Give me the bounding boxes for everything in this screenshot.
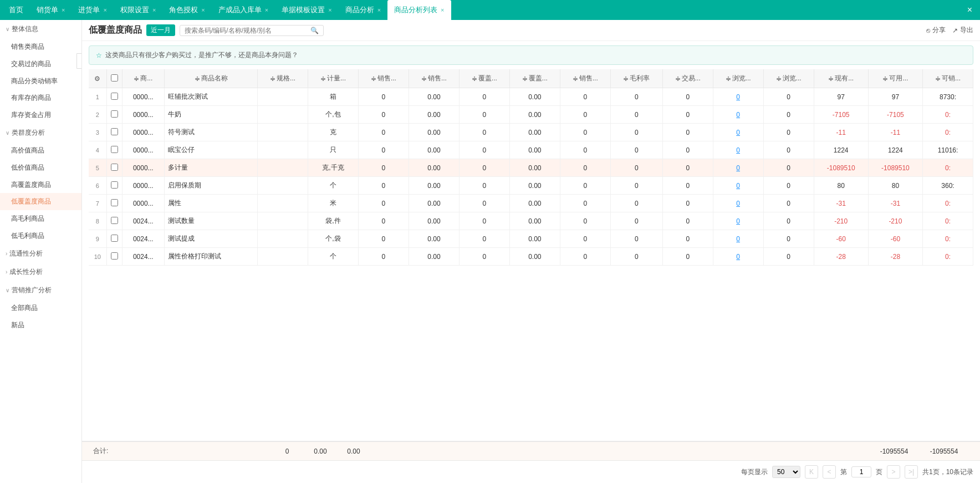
row-checkbox-cell[interactable] — [106, 177, 122, 195]
row-checkbox-cell[interactable] — [106, 106, 122, 124]
close-all-button[interactable]: × — [962, 5, 978, 15]
row-browse1[interactable]: 0 — [713, 248, 763, 266]
sidebar-section-overall[interactable]: ∨ 整体信息 — [0, 20, 81, 38]
close-icon[interactable]: × — [441, 7, 444, 13]
col-checkbox[interactable] — [106, 69, 122, 88]
row-browse1[interactable]: 0 — [713, 159, 763, 177]
row-unit: 个 — [308, 177, 359, 195]
row-settings: 8 — [89, 212, 106, 230]
row-settings: 4 — [89, 141, 106, 159]
sidebar-item-low-coverage[interactable]: 低覆盖度商品 — [0, 193, 81, 210]
first-page-button[interactable]: K — [805, 465, 818, 479]
nav-tab-goods-analysis[interactable]: 商品分析 × — [339, 0, 387, 20]
sidebar-item-in-stock[interactable]: 有库存的商品 — [0, 89, 81, 106]
sidebar-item-category-rate[interactable]: 商品分类动销率 — [0, 73, 81, 90]
sidebar-item-stock-capital[interactable]: 库存资金占用 — [0, 106, 81, 124]
share-button[interactable]: ⎋ 分享 — [926, 26, 946, 35]
nav-tab-permissions[interactable]: 权限设置 × — [114, 0, 162, 20]
sidebar-collapse-button[interactable]: 《 — [76, 53, 82, 69]
row-checkbox[interactable] — [111, 235, 118, 242]
search-icon[interactable]: 🔍 — [310, 27, 319, 34]
row-checkbox[interactable] — [111, 128, 118, 135]
sidebar-item-high-profit[interactable]: 高毛利商品 — [0, 210, 81, 227]
next-page-button[interactable]: > — [887, 465, 900, 479]
row-coverage1: 0 — [459, 212, 509, 230]
row-browse1[interactable]: 0 — [713, 195, 763, 212]
row-gross-margin: 0 — [610, 88, 662, 106]
sidebar-item-high-coverage[interactable]: 高覆盖度商品 — [0, 176, 81, 194]
row-checkbox-cell[interactable] — [106, 124, 122, 141]
close-icon[interactable]: × — [265, 7, 268, 13]
sidebar-item-traded-goods[interactable]: 交易过的商品 — [0, 55, 81, 73]
row-sales-amt: 0.00 — [409, 124, 459, 141]
close-icon[interactable]: × — [201, 7, 205, 13]
nav-tab-sales[interactable]: 销货单 × — [30, 0, 72, 20]
time-badge[interactable]: 近一月 — [146, 24, 175, 36]
row-sales-qty: 0 — [358, 212, 409, 230]
select-all-checkbox[interactable] — [111, 74, 118, 82]
row-browse1[interactable]: 0 — [713, 141, 763, 159]
sidebar-item-all-goods[interactable]: 全部商品 — [0, 299, 81, 317]
sidebar-section-marketing[interactable]: ∨ 营销推广分析 — [0, 281, 81, 299]
row-browse1[interactable]: 0 — [713, 230, 763, 248]
row-trade: 0 — [662, 212, 713, 230]
close-icon[interactable]: × — [328, 7, 331, 13]
row-checkbox[interactable] — [111, 146, 118, 153]
row-checkbox[interactable] — [111, 252, 118, 260]
row-available-stock: -31 — [868, 195, 922, 212]
row-checkbox[interactable] — [111, 110, 118, 118]
chevron-right-icon: › — [6, 269, 7, 275]
export-button[interactable]: ↗ 导出 — [952, 26, 973, 35]
row-browse1[interactable]: 0 — [713, 177, 763, 195]
row-checkbox-cell[interactable] — [106, 212, 122, 230]
row-checkbox[interactable] — [111, 181, 118, 189]
row-checkbox[interactable] — [111, 199, 118, 206]
nav-tab-purchase[interactable]: 进货单 × — [72, 0, 113, 20]
row-checkbox-cell[interactable] — [106, 88, 122, 106]
nav-tab-product-warehouse[interactable]: 产成品入库单 × — [212, 0, 275, 20]
row-checkbox[interactable] — [111, 217, 118, 224]
close-icon[interactable]: × — [62, 7, 65, 13]
sidebar-section-growth[interactable]: › 成长性分析 — [0, 263, 81, 281]
row-checkbox-cell[interactable] — [106, 159, 122, 177]
row-sales-rate: 0 — [560, 141, 610, 159]
sidebar-item-sales-goods[interactable]: 销售类商品 — [0, 38, 81, 55]
page-input[interactable] — [851, 466, 871, 477]
nav-tab-roles[interactable]: 角色授权 × — [162, 0, 211, 20]
sidebar-item-low-profit[interactable]: 低毛利商品 — [0, 227, 81, 245]
search-input[interactable] — [185, 27, 308, 34]
row-settings: 3 — [89, 124, 106, 141]
per-page-select[interactable]: 50 20 100 200 — [772, 466, 800, 478]
close-icon[interactable]: × — [377, 7, 381, 13]
col-name: ≑商品名称 — [165, 69, 258, 88]
row-browse1[interactable]: 0 — [713, 212, 763, 230]
row-browse1[interactable]: 0 — [713, 88, 763, 106]
close-icon[interactable]: × — [103, 7, 106, 13]
row-checkbox[interactable] — [111, 164, 118, 171]
row-browse1[interactable]: 0 — [713, 106, 763, 124]
row-code: 0000... — [122, 141, 165, 159]
row-checkbox[interactable] — [111, 93, 118, 100]
col-settings[interactable]: ⚙ — [89, 69, 106, 88]
sidebar-item-high-value[interactable]: 高价值商品 — [0, 142, 81, 159]
row-browse2: 0 — [763, 195, 814, 212]
row-checkbox-cell[interactable] — [106, 230, 122, 248]
row-checkbox-cell[interactable] — [106, 248, 122, 266]
sidebar-item-new-goods[interactable]: 新品 — [0, 317, 81, 334]
row-checkbox-cell[interactable] — [106, 141, 122, 159]
sidebar-item-low-value[interactable]: 低价值商品 — [0, 159, 81, 176]
table-row: 8 0024... 测试数量 袋,件 0 0.00 0 0.00 0 0 0 0… — [89, 212, 973, 230]
close-icon[interactable]: × — [152, 7, 156, 13]
nav-tab-goods-analysis-list[interactable]: 商品分析列表 × — [387, 0, 451, 20]
nav-tab-template[interactable]: 单据模板设置 × — [275, 0, 338, 20]
row-gross-margin: 0 — [610, 141, 662, 159]
nav-tab-home[interactable]: 首页 — [2, 0, 30, 20]
row-checkbox-cell[interactable] — [106, 195, 122, 212]
row-saleable: 360: — [922, 177, 973, 195]
last-page-button[interactable]: >| — [905, 465, 918, 479]
row-sales-rate: 0 — [560, 177, 610, 195]
sidebar-section-liquidity[interactable]: › 流通性分析 — [0, 245, 81, 263]
prev-page-button[interactable]: < — [823, 465, 836, 479]
sidebar-section-cluster[interactable]: ∨ 类群度分析 — [0, 124, 81, 142]
row-browse1[interactable]: 0 — [713, 124, 763, 141]
